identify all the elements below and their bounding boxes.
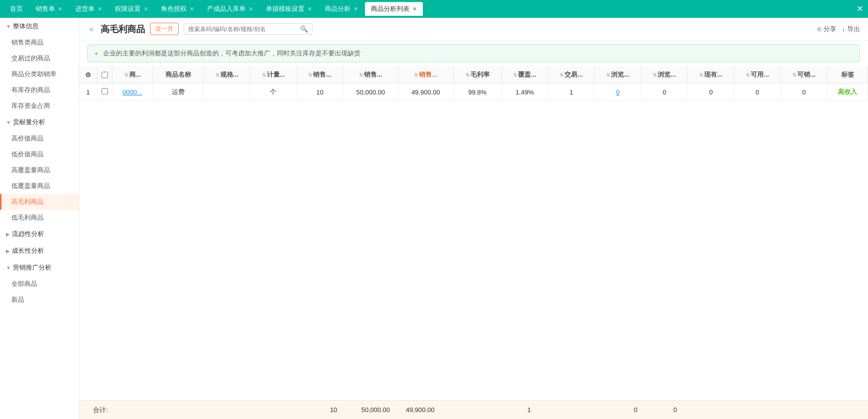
tab-purchase-close[interactable]: ✕ bbox=[98, 6, 102, 12]
footer-label: 合计: bbox=[83, 406, 118, 415]
tab-role-close[interactable]: ✕ bbox=[190, 6, 194, 12]
tab-product-analysis-close[interactable]: ✕ bbox=[354, 6, 358, 12]
col-label: 销售... bbox=[313, 70, 331, 79]
col-label: 规格... bbox=[220, 70, 239, 79]
top-navigation: 首页 销售单 ✕ 进货单 ✕ 权限设置 ✕ 角色授权 ✕ 产成品入库单 ✕ 单据… bbox=[0, 0, 868, 18]
col-views1[interactable]: ⇅浏览... bbox=[595, 66, 641, 84]
export-button[interactable]: ↓ 导出 bbox=[842, 25, 861, 34]
col-spec[interactable]: ⇅规格... bbox=[204, 66, 250, 84]
col-sellable-stock[interactable]: ⇅可销... bbox=[781, 66, 827, 84]
export-icon: ↓ bbox=[842, 25, 846, 33]
sidebar-item-new-products[interactable]: 新品 bbox=[0, 292, 79, 308]
sort-icon: ⇅ bbox=[215, 72, 219, 78]
sort-icon: ⇅ bbox=[746, 72, 750, 78]
arrow-icon: ▶ bbox=[6, 248, 10, 254]
sidebar-group-growth[interactable]: ▶ 成长性分析 bbox=[0, 242, 79, 259]
sidebar-group-overall[interactable]: ▼ 整体信息 bbox=[0, 18, 79, 35]
sidebar-item-stock-capital[interactable]: 库存资金占用 bbox=[0, 98, 79, 114]
sidebar-item-high-coverage[interactable]: 高覆盖量商品 bbox=[0, 162, 79, 178]
row-views1[interactable]: 0 bbox=[595, 84, 641, 101]
footer-sales-qty: 10 bbox=[314, 406, 354, 414]
col-views2[interactable]: ⇅浏览... bbox=[641, 66, 688, 84]
col-available-stock[interactable]: ⇅可用... bbox=[734, 66, 781, 84]
period-button[interactable]: 近一月 bbox=[150, 23, 179, 35]
tab-purchase[interactable]: 进货单 ✕ bbox=[69, 2, 108, 16]
sort-icon: ⇅ bbox=[124, 72, 128, 78]
col-sales-qty[interactable]: ⇅销售... bbox=[297, 66, 343, 84]
tab-template[interactable]: 单据模板设置 ✕ bbox=[260, 2, 318, 16]
col-current-stock[interactable]: ⇅现有... bbox=[688, 66, 734, 84]
sidebar-item-label: 全部商品 bbox=[11, 280, 37, 287]
sidebar-item-category-rate[interactable]: 商品分类助销率 bbox=[0, 66, 79, 82]
tab-permission[interactable]: 权限设置 ✕ bbox=[109, 2, 154, 16]
sidebar-collapse-button[interactable]: « bbox=[87, 25, 96, 34]
sidebar-group-marketing-label: 营销推广分析 bbox=[13, 263, 51, 272]
col-label: 销售... bbox=[419, 70, 437, 79]
tab-permission-close[interactable]: ✕ bbox=[144, 6, 148, 12]
col-label: 浏览... bbox=[611, 70, 629, 79]
sidebar-item-traded-products[interactable]: 交易过的商品 bbox=[0, 50, 79, 66]
table-row: 1 0000... 运费 个 10 50,000.00 49,900.00 99… bbox=[79, 84, 868, 101]
tag-badge: 高收入 bbox=[838, 88, 857, 95]
col-product-name: 商品名称 bbox=[153, 66, 204, 84]
footer-total-row: 合计: 10 50,000.00 49,900.00 1 0 0 bbox=[79, 400, 868, 419]
col-unit[interactable]: ⇅计量... bbox=[250, 66, 297, 84]
close-all-tabs-button[interactable]: ✕ bbox=[857, 5, 863, 13]
footer-coverage-spacer bbox=[477, 406, 512, 414]
tab-product-in-label: 产成品入库单 bbox=[207, 4, 246, 13]
sidebar-group-trend[interactable]: ▶ 流趋性分析 bbox=[0, 226, 79, 242]
page-title: 高毛利商品 bbox=[101, 23, 145, 35]
tab-role[interactable]: 角色授权 ✕ bbox=[155, 2, 200, 16]
select-all-checkbox[interactable] bbox=[102, 72, 108, 78]
sidebar-group-marketing[interactable]: ▼ 营销推广分析 bbox=[0, 259, 79, 276]
tab-home[interactable]: 首页 bbox=[4, 2, 29, 16]
tab-sales[interactable]: 销售单 ✕ bbox=[30, 2, 68, 16]
col-coverage[interactable]: ⇅覆盖... bbox=[502, 66, 548, 84]
row-select-checkbox[interactable] bbox=[102, 88, 108, 94]
col-label: 销售... bbox=[364, 70, 382, 79]
table-container[interactable]: ⚙ ⇅商... 商品名称 ⇅规格... bbox=[79, 66, 868, 419]
search-input[interactable] bbox=[188, 26, 297, 33]
sidebar-item-sales-products[interactable]: 销售类商品 bbox=[0, 35, 79, 50]
export-label: 导出 bbox=[847, 25, 860, 34]
sidebar-item-label: 低毛利商品 bbox=[11, 214, 44, 221]
col-sales-amount[interactable]: ⇅销售... bbox=[343, 66, 398, 84]
col-settings[interactable]: ⚙ bbox=[79, 66, 97, 84]
tab-sales-close[interactable]: ✕ bbox=[58, 6, 62, 12]
sidebar-item-low-coverage[interactable]: 低覆盖量商品 bbox=[0, 178, 79, 194]
sidebar-item-label: 有库存的商品 bbox=[11, 86, 50, 93]
tab-home-label: 首页 bbox=[10, 4, 23, 13]
tab-product-analysis[interactable]: 商品分析 ✕ bbox=[319, 2, 364, 16]
footer-spacer4 bbox=[190, 406, 250, 414]
row-code[interactable]: 0000... bbox=[112, 84, 153, 101]
search-icon[interactable]: 🔍 bbox=[300, 25, 308, 33]
sort-icon: ⇅ bbox=[513, 72, 517, 78]
tab-product-in[interactable]: 产成品入库单 ✕ bbox=[201, 2, 259, 16]
share-button[interactable]: ⎋ 分享 bbox=[817, 25, 836, 34]
sidebar-item-label: 低价值商品 bbox=[11, 150, 44, 158]
sidebar-item-in-stock[interactable]: 有库存的商品 bbox=[0, 82, 79, 98]
sidebar-item-high-margin[interactable]: 高毛利商品 bbox=[0, 194, 79, 210]
sidebar-group-growth-label: 成长性分析 bbox=[12, 246, 44, 255]
col-label: 浏览... bbox=[658, 70, 676, 79]
tab-product-analysis-list[interactable]: 商品分析列表 ✕ bbox=[365, 2, 423, 16]
tab-product-analysis-list-close[interactable]: ✕ bbox=[412, 6, 417, 12]
row-name: 运费 bbox=[153, 84, 204, 101]
views1-link[interactable]: 0 bbox=[616, 89, 619, 96]
col-transactions[interactable]: ⇅交易... bbox=[548, 66, 595, 84]
col-gross-rate[interactable]: ⇅毛利率 bbox=[453, 66, 501, 84]
sidebar-item-low-value[interactable]: 低价值商品 bbox=[0, 146, 79, 162]
tab-template-label: 单据模板设置 bbox=[266, 4, 305, 13]
sidebar-item-high-value[interactable]: 高价值商品 bbox=[0, 131, 79, 146]
row-checkbox[interactable] bbox=[97, 84, 112, 101]
search-box: 🔍 bbox=[184, 23, 312, 35]
sidebar-item-low-margin[interactable]: 低毛利商品 bbox=[0, 210, 79, 226]
tab-product-in-close[interactable]: ✕ bbox=[249, 6, 253, 12]
col-product-code[interactable]: ⇅商... bbox=[112, 66, 153, 84]
sidebar-group-contribution[interactable]: ▼ 贡献量分析 bbox=[0, 114, 79, 131]
col-checkbox[interactable] bbox=[97, 66, 112, 84]
sidebar-item-all-products[interactable]: 全部商品 bbox=[0, 276, 79, 292]
sort-icon: ⇅ bbox=[359, 72, 363, 78]
col-sales-profit[interactable]: ⇅销售... bbox=[398, 66, 453, 84]
tab-template-close[interactable]: ✕ bbox=[307, 6, 312, 12]
